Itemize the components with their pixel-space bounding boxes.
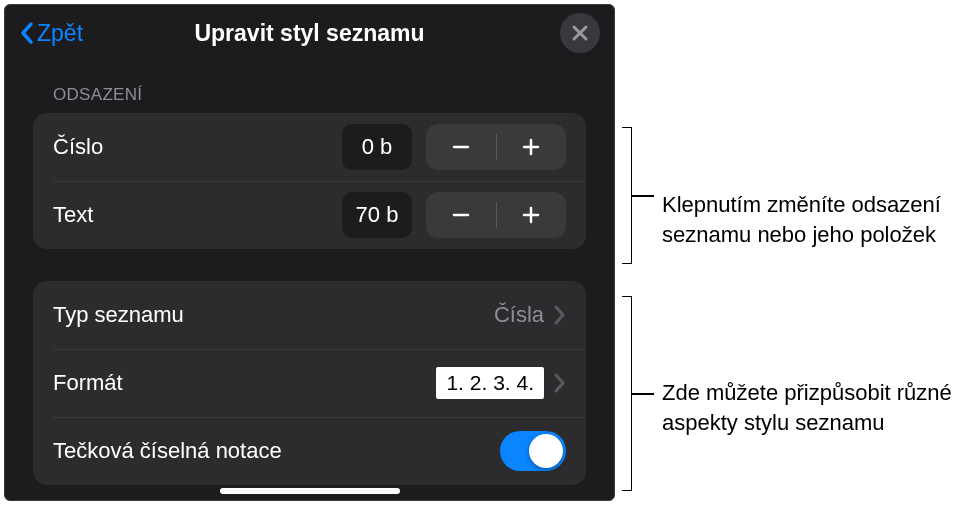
close-icon	[571, 24, 589, 42]
dot-notation-toggle[interactable]	[500, 431, 566, 471]
chevron-right-icon	[554, 373, 566, 393]
callout-bracket-indent	[622, 127, 632, 264]
cislo-increment-button[interactable]	[497, 137, 567, 157]
plus-icon	[521, 137, 541, 157]
chevron-left-icon	[19, 21, 35, 45]
callout-indent: Klepnutím změníte odsazení seznamu nebo …	[662, 190, 942, 249]
panel-title: Upravit styl seznamu	[194, 20, 424, 47]
panel-header: Zpět Upravit styl seznamu	[5, 5, 614, 61]
dot-notation-label: Tečková číselná notace	[53, 438, 282, 464]
style-card: Typ seznamu Čísla Formát 1. 2. 3. 4. Teč…	[33, 281, 586, 485]
home-indicator[interactable]	[220, 488, 400, 494]
text-value[interactable]: 70 b	[342, 192, 412, 238]
callout-style: Zde můžete přizpůsobit různé aspekty sty…	[662, 378, 952, 437]
close-button[interactable]	[560, 13, 600, 53]
format-label: Formát	[53, 370, 123, 396]
cislo-value[interactable]: 0 b	[342, 124, 412, 170]
list-type-label: Typ seznamu	[53, 302, 184, 328]
callout-bracket-style	[622, 296, 632, 491]
callout-leader-style	[632, 393, 654, 395]
back-button[interactable]: Zpět	[19, 20, 83, 47]
row-format[interactable]: Formát 1. 2. 3. 4.	[33, 349, 586, 417]
row-dot-notation: Tečková číselná notace	[33, 417, 586, 485]
section-label-indent: ODSAZENÍ	[5, 61, 614, 113]
minus-icon	[451, 205, 471, 225]
row-text: Text 70 b	[33, 181, 586, 249]
row-list-type[interactable]: Typ seznamu Čísla	[33, 281, 586, 349]
text-increment-button[interactable]	[497, 205, 567, 225]
cislo-decrement-button[interactable]	[426, 137, 496, 157]
cislo-label: Číslo	[53, 134, 103, 160]
edit-list-style-panel: Zpět Upravit styl seznamu ODSAZENÍ Číslo…	[4, 4, 615, 501]
chevron-right-icon	[554, 305, 566, 325]
text-label: Text	[53, 202, 93, 228]
text-stepper	[426, 192, 566, 238]
plus-icon	[521, 205, 541, 225]
row-cislo: Číslo 0 b	[33, 113, 586, 181]
toggle-knob	[529, 434, 563, 468]
list-type-value: Čísla	[494, 302, 544, 328]
minus-icon	[451, 137, 471, 157]
indent-card: Číslo 0 b Text 70 b	[33, 113, 586, 249]
back-label: Zpět	[37, 20, 83, 47]
cislo-stepper	[426, 124, 566, 170]
callout-leader-indent	[632, 195, 654, 197]
text-decrement-button[interactable]	[426, 205, 496, 225]
format-value: 1. 2. 3. 4.	[436, 367, 544, 399]
